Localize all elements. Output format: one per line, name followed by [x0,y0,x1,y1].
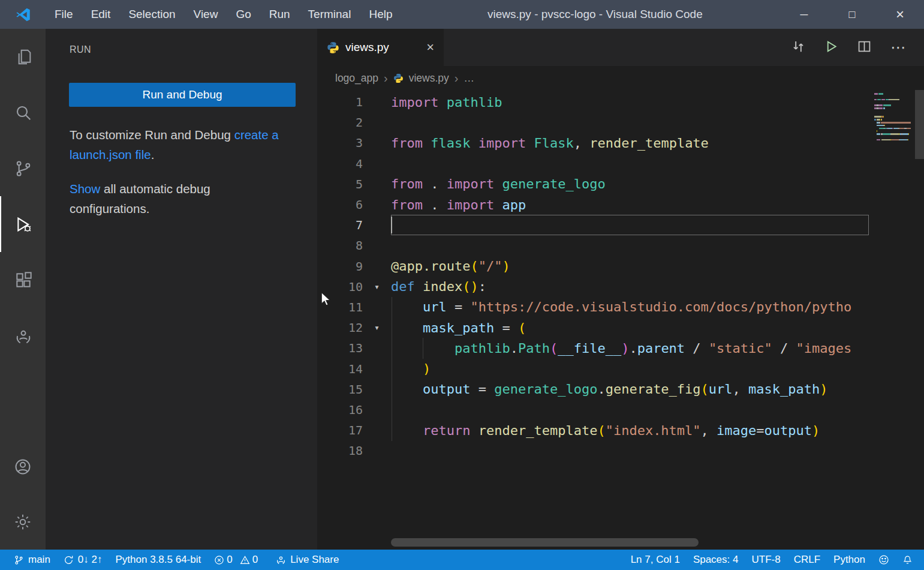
breadcrumb-file[interactable]: views.py [409,72,449,85]
activity-run-and-debug[interactable] [0,196,46,252]
language-mode-status[interactable]: Python [827,550,872,570]
code-line-4[interactable]: 4 [317,154,872,174]
problems-status[interactable]: 0 0 [207,550,269,570]
tab-views-py[interactable]: views.py × [317,29,444,66]
code-line-12[interactable]: 12▾ mask_path = ( [317,317,872,338]
code-text: import pathlib [391,95,502,110]
code-line-7[interactable]: 7 [317,215,872,235]
run-side-panel: RUN Run and Debug To customize Run and D… [46,29,317,550]
close-button[interactable]: × [876,0,924,29]
menu-go[interactable]: Go [227,0,260,29]
code-line-9[interactable]: 9@app.route("/") [317,256,872,277]
encoding-status[interactable]: UTF-8 [745,550,787,570]
code-text: from flask import Flask, render_template [391,136,709,151]
code-line-3[interactable]: 3from flask import Flask, render_templat… [317,133,872,153]
line-number: 12 [317,320,363,335]
line-number: 15 [317,382,363,397]
fold-chevron-icon[interactable]: ▾ [363,281,391,292]
activity-extensions[interactable] [0,252,46,308]
run-and-debug-button[interactable]: Run and Debug [69,83,296,107]
files-icon [14,47,33,67]
breadcrumb-symbol[interactable]: … [463,72,474,85]
menu-file[interactable]: File [46,0,82,29]
cursor-position: Ln 7, Col 1 [631,554,680,566]
window-title: views.py - pvscc-logo - Visual Studio Co… [487,0,703,29]
line-number: 16 [317,403,363,417]
open-changes-icon[interactable] [791,40,805,56]
menu-help[interactable]: Help [360,0,401,29]
code-lines[interactable]: 1import pathlib23from flask import Flask… [317,92,872,461]
code-line-11[interactable]: 11 url = "https://code.visualstudio.com/… [317,297,872,317]
menu-edit[interactable]: Edit [82,0,120,29]
hint-text-1: To customize Run and Debug [70,128,234,142]
fold-chevron-icon[interactable]: ▾ [363,322,391,333]
sync-status[interactable]: 0↓ 2↑ [57,550,109,570]
status-bar: main 0↓ 2↑ Python 3.8.5 64-bit 0 0 Live … [0,550,924,570]
horizontal-scrollbar[interactable] [391,538,699,547]
split-editor-icon[interactable] [857,40,871,56]
mouse-cursor [320,292,333,307]
minimize-button[interactable]: ─ [780,0,828,29]
gear-icon [13,512,32,532]
menu-terminal[interactable]: Terminal [299,0,360,29]
feedback-smiley-icon [878,554,889,565]
editor-actions: ⋯ [791,29,924,66]
activity-source-control[interactable] [0,140,46,196]
menu-selection[interactable]: Selection [119,0,184,29]
feedback-button[interactable] [872,550,896,570]
branch-name: main [28,554,50,566]
python-icon [327,41,339,54]
code-line-2[interactable]: 2 [317,112,872,133]
editor-group: views.py × ⋯ logo_app › views.py › … 1im… [317,29,924,550]
code-line-15[interactable]: 15 output = generate_logo.generate_fig(u… [317,379,872,400]
line-number: 6 [317,197,363,212]
error-icon [214,555,224,565]
maximize-button[interactable]: □ [828,0,876,29]
python-interpreter-status[interactable]: Python 3.8.5 64-bit [109,550,208,570]
minimap[interactable] [872,90,916,550]
vertical-scrollbar[interactable] [915,90,924,159]
hint-text-2: . [151,148,155,161]
code-line-16[interactable]: 16 [317,400,872,420]
python-icon [393,73,404,83]
cursor-position-status[interactable]: Ln 7, Col 1 [624,550,687,570]
menu-run[interactable]: Run [260,0,299,29]
settings-button[interactable] [0,494,46,550]
code-editor[interactable]: 1import pathlib23from flask import Flask… [317,90,924,550]
indentation-status[interactable]: Spaces: 4 [687,550,745,570]
activity-bar [0,29,46,550]
code-line-1[interactable]: 1import pathlib [317,92,872,112]
code-line-14[interactable]: 14 ) [317,358,872,379]
account-button[interactable] [0,439,46,494]
show-configurations-link[interactable]: Show [70,182,100,196]
bell-icon [902,555,913,565]
sync-icon [64,555,74,565]
workbench: RUN Run and Debug To customize Run and D… [0,29,924,550]
code-line-6[interactable]: 6from . import app [317,194,872,215]
live-share-status[interactable]: Live Share [269,550,345,570]
code-text: output = generate_logo.generate_fig(url,… [391,382,828,397]
run-python-file-icon[interactable] [824,40,838,56]
live-share-icon [276,555,286,565]
status-bar-right: Ln 7, Col 1 Spaces: 4 UTF-8 CRLF Python [624,550,919,570]
tab-label: views.py [345,41,389,54]
menu-view[interactable]: View [185,0,227,29]
activity-explorer[interactable] [0,29,46,85]
code-line-10[interactable]: 10▾def index(): [317,277,872,297]
activity-live-share[interactable] [0,308,46,364]
code-line-5[interactable]: 5from . import generate_logo [317,174,872,194]
eol-status[interactable]: CRLF [787,550,827,570]
branch-status[interactable]: main [7,550,57,570]
code-line-18[interactable]: 18 [317,440,872,461]
code-text: return render_template("index.html", ima… [391,423,820,438]
line-number: 8 [317,238,363,253]
code-line-8[interactable]: 8 [317,235,872,256]
close-tab-icon[interactable]: × [426,40,434,55]
breadcrumb-folder[interactable]: logo_app [335,72,378,85]
code-line-13[interactable]: 13 pathlib.Path(__file__).parent / "stat… [317,338,872,358]
code-line-17[interactable]: 17 return render_template("index.html", … [317,420,872,440]
notifications-button[interactable] [896,550,919,570]
activity-search[interactable] [0,85,46,140]
more-actions-icon[interactable]: ⋯ [890,40,906,55]
warning-count: 0 [252,554,258,566]
